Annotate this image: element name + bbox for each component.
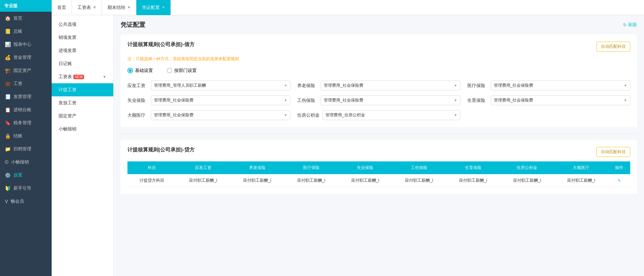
td-yingfa-val: 应付职工薪酬_i <box>176 174 230 187</box>
td-yanglao-val: 应付职工薪酬_i <box>230 174 284 187</box>
label-yingfa: 应发工资 <box>127 83 148 89</box>
select-shengyu[interactable]: 管理费用_社会保险费 ▼ <box>491 95 630 105</box>
select-yanglao[interactable]: 管理费用_社会保险费 ▼ <box>321 81 460 91</box>
arrow-gjjin: ▼ <box>454 113 457 117</box>
sidebar-item-xiaochang-expense[interactable]: © 小畅报销 <box>0 156 52 169</box>
radio-dept[interactable]: 按部门设置 <box>167 67 197 74</box>
arrow-shengyu: ▼ <box>624 98 627 102</box>
credit-section-title: 计提核算规则(公司承担)-贷方 <box>127 147 195 153</box>
sidebar-item-reports[interactable]: 📊 报表中心 <box>0 38 52 51</box>
select-shiye[interactable]: 管理费用_社会保险费 ▼ <box>151 95 290 105</box>
th-yanglao: 养老保险 <box>230 161 284 174</box>
home-icon: 🏠 <box>5 15 11 21</box>
credit-section-top: 计提核算规则(公司承担)-贷方 自动匹配科目 <box>127 147 630 157</box>
refresh-button[interactable]: ↻ 刷新 <box>623 22 637 28</box>
leftnav-purchase-invoice[interactable]: 进项发票 <box>52 44 113 57</box>
table-header-row: 科目 应发工资 养老保险 医疗保险 失业保险 工伤保险 生育保险 住房公积金 大… <box>127 161 630 174</box>
select-yingfa[interactable]: 管理费用_管理人员职工薪酬 ▼ <box>151 81 290 91</box>
table-row: 计提贷方科目 应付职工薪酬_i 应付职工薪酬_i 应付职工薪酬_i 应付职工薪酬… <box>127 174 630 187</box>
select-gongshang[interactable]: 管理费用_社会保险费 ▼ <box>321 95 460 105</box>
label-daeyiliao: 大额医疗 <box>127 112 148 118</box>
auto-match-credit-button[interactable]: 自动匹配科目 <box>596 147 630 157</box>
sidebar-item-archive[interactable]: 📁 归档管理 <box>0 142 52 156</box>
tab-close-voucher[interactable]: ✕ <box>162 5 165 10</box>
tab-payroll[interactable]: 工资表 ✕ <box>72 0 102 15</box>
sidebar-item-assets[interactable]: 🏗️ 固定资产 <box>0 64 52 77</box>
main-area: 首页 工资表 ✕ 期末结转 ✕ 凭证配置 ✕ 公共选项 销项发票 进项发票 <box>52 0 644 276</box>
edit-icon[interactable]: ✎ <box>617 178 621 183</box>
page-content: 凭证配置 ↻ 刷新 计提核算规则(公司承担)-借方 自动匹配科目 注：只能选择一… <box>114 15 644 276</box>
sidebar-item-settings[interactable]: ⚙️ 设置 <box>0 169 52 182</box>
left-navigation: 公共选项 销项发票 进项发票 日记账 工资表 NEW ▼ 计提工资 发放工资 <box>52 15 114 276</box>
sidebar-item-home[interactable]: 🏠 首页 <box>0 12 52 25</box>
tab-close-payroll[interactable]: ✕ <box>93 5 96 10</box>
leftnav-xiaochang-expense[interactable]: 小畅报销 <box>52 123 113 136</box>
debit-section-note: 注：只能选择一种方式，系统将按照您当前的选择来配置规则 <box>127 56 630 62</box>
salary-icon: 💼 <box>5 81 11 86</box>
radio-basic[interactable]: 基础设置 <box>127 67 153 74</box>
expense-icon: © <box>5 159 8 165</box>
sidebar-item-salary[interactable]: 💼 工资 <box>0 77 52 90</box>
sidebar-item-ledger[interactable]: 📒 总账 <box>0 25 52 38</box>
sidebar-item-funds[interactable]: 💰 资金管理 <box>0 51 52 64</box>
refresh-icon: ↻ <box>623 22 627 28</box>
leftnav-fixed-assets[interactable]: 固定资产 <box>52 109 113 123</box>
arrow-daeyiliao: ▼ <box>284 113 287 117</box>
tab-home[interactable]: 首页 <box>52 0 72 15</box>
form-row-shengyu: 生育保险 管理费用_社会保险费 ▼ <box>467 95 630 105</box>
select-gjjin[interactable]: 管理费用_住房公积金 ▼ <box>322 110 460 120</box>
leftnav-payroll-table[interactable]: 工资表 NEW ▼ <box>52 70 113 83</box>
td-subject: 计提贷方科目 <box>127 174 176 187</box>
archive-icon: 📁 <box>5 146 11 152</box>
arrow-gongshang: ▼ <box>454 98 457 102</box>
sidebar-item-tax[interactable]: 🔖 税务管理 <box>0 116 52 129</box>
tab-period-close[interactable]: 期末结转 ✕ <box>102 0 136 15</box>
sidebar-item-guide[interactable]: 🔰 新手引导 <box>0 182 52 195</box>
leftnav-accrual-salary[interactable]: 计提工资 <box>52 83 113 96</box>
vip-icon: V <box>5 199 8 204</box>
sidebar-item-close[interactable]: 🔒 结账 <box>0 129 52 142</box>
debit-section-top: 计提核算规则(公司承担)-借方 自动匹配科目 <box>127 41 630 52</box>
td-yiliao-val: 应付职工薪酬_i <box>284 174 338 187</box>
th-action: 操作 <box>608 161 630 174</box>
debit-section: 计提核算规则(公司承担)-借方 自动匹配科目 注：只能选择一种方式，系统将按照您… <box>121 34 637 127</box>
tax-icon: 🔖 <box>5 120 11 126</box>
leftnav-pay-salary[interactable]: 发放工资 <box>52 96 113 109</box>
expand-arrow: ▼ <box>103 75 106 79</box>
auto-match-debit-button[interactable]: 自动匹配科目 <box>596 42 630 52</box>
td-action-edit[interactable]: ✎ <box>608 174 630 187</box>
form-row-shiye: 失业保险 管理费用_社会保险费 ▼ <box>127 95 290 105</box>
app-title: 专业版 <box>0 0 52 12</box>
close-account-icon: 🔒 <box>5 133 11 139</box>
debit-form-grid: 应发工资 管理费用_管理人员职工薪酬 ▼ 养老保险 管理费用_社会保险费 ▼ <box>127 81 630 120</box>
label-shiye: 失业保险 <box>127 97 148 104</box>
th-daeyiliao: 大额医疗 <box>554 161 608 174</box>
arrow-yingfa: ▼ <box>284 84 287 87</box>
leftnav-diary[interactable]: 日记账 <box>52 57 113 70</box>
leftnav-sales-invoice[interactable]: 销项发票 <box>52 31 113 44</box>
tab-close-period[interactable]: ✕ <box>127 5 131 10</box>
select-daeyiliao[interactable]: 管理费用_社会保险费 ▼ <box>151 110 290 120</box>
sidebar-item-vip[interactable]: V 畅会员 <box>0 195 52 208</box>
content-area: 公共选项 销项发票 进项发票 日记账 工资表 NEW ▼ 计提工资 发放工资 <box>52 15 644 276</box>
sidebar-item-invoices[interactable]: 🧾 发票管理 <box>0 90 52 103</box>
page-title: 凭证配置 <box>121 21 145 29</box>
td-gjjin-val: 应付职工薪酬_i <box>500 174 554 187</box>
label-shengyu: 生育保险 <box>467 97 488 104</box>
sidebar-item-sales[interactable]: 📋 进销台账 <box>0 103 52 116</box>
td-daeyiliao-val: 应付职工薪酬_i <box>554 174 608 187</box>
th-shiye: 失业保险 <box>338 161 392 174</box>
th-subject: 科目 <box>127 161 176 174</box>
td-shiye-val: 应付职工薪酬_i <box>338 174 392 187</box>
leftnav-public[interactable]: 公共选项 <box>52 18 113 31</box>
arrow-yanglao: ▼ <box>454 84 457 87</box>
reports-icon: 📊 <box>5 42 11 47</box>
assets-icon: 🏗️ <box>5 68 11 73</box>
tab-bar: 首页 工资表 ✕ 期末结转 ✕ 凭证配置 ✕ <box>52 0 644 15</box>
label-yanglao: 养老保险 <box>297 83 318 89</box>
page-title-bar: 凭证配置 ↻ 刷新 <box>121 21 637 29</box>
funds-icon: 💰 <box>5 55 11 60</box>
form-row-yanglao: 养老保险 管理费用_社会保险费 ▼ <box>297 81 460 91</box>
select-yiliao[interactable]: 管理费用_社会保险费 ▼ <box>491 81 630 91</box>
tab-voucher-config[interactable]: 凭证配置 ✕ <box>136 0 171 15</box>
